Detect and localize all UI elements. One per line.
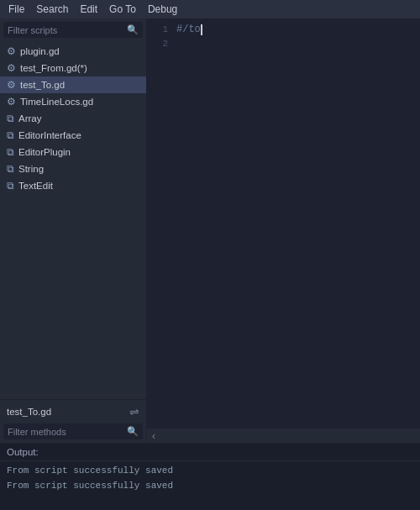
output-content: From script successfully saved From scri… xyxy=(0,461,420,496)
main-content: 🔍 ⚙ plugin.gd ⚙ test_From.gd(*) ⚙ test_T… xyxy=(0,18,420,443)
code-editor[interactable]: 1 #/to 2 xyxy=(147,18,420,428)
script-label: Array xyxy=(18,113,41,124)
grid-icon: ⧉ xyxy=(7,163,14,175)
script-label: test_From.gd(*) xyxy=(20,63,87,73)
output-line-1: From script successfully saved xyxy=(7,464,413,479)
line-content-1: #/to xyxy=(176,24,202,35)
code-line-2: 2 xyxy=(147,39,420,54)
grid-icon: ⧉ xyxy=(7,113,14,124)
gear-icon: ⚙ xyxy=(7,45,16,57)
script-label: EditorPlugin xyxy=(18,147,71,157)
sidebar-item-editorplugin[interactable]: ⧉ EditorPlugin xyxy=(0,144,146,160)
filter-icon[interactable]: ⇌ xyxy=(129,405,139,418)
sidebar-item-array[interactable]: ⧉ Array xyxy=(0,110,146,127)
methods-filter-bar[interactable]: 🔍 xyxy=(3,423,143,439)
methods-filter-input[interactable] xyxy=(8,427,123,437)
grid-icon: ⧉ xyxy=(7,180,14,192)
sidebar-item-plugin-gd[interactable]: ⚙ plugin.gd xyxy=(0,43,146,60)
grid-icon: ⧉ xyxy=(7,146,14,158)
menu-goto[interactable]: Go To xyxy=(104,2,141,17)
grid-icon: ⧉ xyxy=(7,129,14,141)
scroll-left-icon[interactable]: ‹ xyxy=(152,430,155,442)
script-label: plugin.gd xyxy=(20,46,60,56)
script-label: EditorInterface xyxy=(18,130,81,140)
script-filter-input[interactable] xyxy=(8,25,123,35)
gear-icon: ⚙ xyxy=(7,96,16,108)
sidebar-item-test-from-gd[interactable]: ⚙ test_From.gd(*) xyxy=(0,60,146,76)
script-label: TextEdit xyxy=(18,181,53,191)
script-filter-bar[interactable]: 🔍 xyxy=(3,22,143,38)
text-cursor xyxy=(201,24,202,35)
line-number-1: 1 xyxy=(147,24,176,34)
methods-panel: test_To.gd ⇌ 🔍 xyxy=(0,399,146,443)
gear-icon: ⚙ xyxy=(7,79,16,91)
search-icon: 🔍 xyxy=(127,426,139,437)
gear-icon: ⚙ xyxy=(7,62,16,74)
line-number-2: 2 xyxy=(147,39,176,49)
search-icon: 🔍 xyxy=(127,24,139,35)
script-label: test_To.gd xyxy=(20,80,65,90)
sidebar-item-string[interactable]: ⧉ String xyxy=(0,160,146,177)
menu-debug[interactable]: Debug xyxy=(143,2,182,17)
editor-pane[interactable]: 1 #/to 2 ‹ xyxy=(147,18,420,443)
script-list: ⚙ plugin.gd ⚙ test_From.gd(*) ⚙ test_To.… xyxy=(0,41,146,399)
script-label: String xyxy=(18,164,44,174)
sidebar-item-textedit[interactable]: ⧉ TextEdit xyxy=(0,177,146,194)
code-line-1: 1 #/to xyxy=(147,24,420,39)
menu-file[interactable]: File xyxy=(3,2,29,17)
methods-header: test_To.gd ⇌ xyxy=(3,403,143,420)
menu-edit[interactable]: Edit xyxy=(75,2,102,17)
sidebar-item-test-to-gd[interactable]: ⚙ test_To.gd xyxy=(0,76,146,93)
methods-title: test_To.gd xyxy=(7,407,51,417)
menu-search[interactable]: Search xyxy=(31,2,73,17)
editor-bottom-bar: ‹ xyxy=(147,428,420,443)
menubar: File Search Edit Go To Debug xyxy=(0,0,420,18)
sidebar-item-editorinterface[interactable]: ⧉ EditorInterface xyxy=(0,127,146,144)
output-header: Output: xyxy=(0,444,420,461)
sidebar: 🔍 ⚙ plugin.gd ⚙ test_From.gd(*) ⚙ test_T… xyxy=(0,18,147,443)
output-line-2: From script successfully saved xyxy=(7,479,413,494)
script-label: TimeLineLocs.gd xyxy=(20,97,93,107)
sidebar-item-timelinelocs-gd[interactable]: ⚙ TimeLineLocs.gd xyxy=(0,93,146,110)
output-panel: Output: From script successfully saved F… xyxy=(0,443,420,510)
